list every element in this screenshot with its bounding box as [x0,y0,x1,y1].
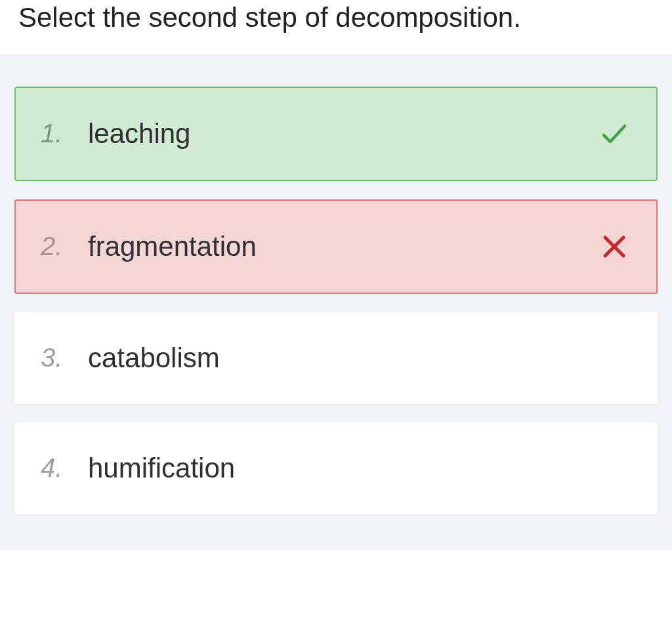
question-header: Select the second step of decomposition. [0,0,672,55]
option-2[interactable]: 2. fragmentation [14,199,658,294]
option-label: leaching [88,118,597,150]
option-4[interactable]: 4. humification [14,422,658,514]
option-number: 3. [41,343,76,373]
question-text: Select the second step of decomposition. [18,0,654,36]
option-number: 2. [41,232,76,261]
option-number: 4. [41,453,76,483]
option-label: catabolism [88,342,631,374]
check-icon [597,117,631,151]
option-label: humification [88,453,631,484]
option-number: 1. [41,119,76,148]
option-label: fragmentation [88,231,597,262]
options-area: 1. leaching 2. fragmentation 3. cataboli… [0,55,672,550]
option-1[interactable]: 1. leaching [14,87,658,181]
option-3[interactable]: 3. catabolism [14,312,658,404]
cross-icon [597,230,631,264]
